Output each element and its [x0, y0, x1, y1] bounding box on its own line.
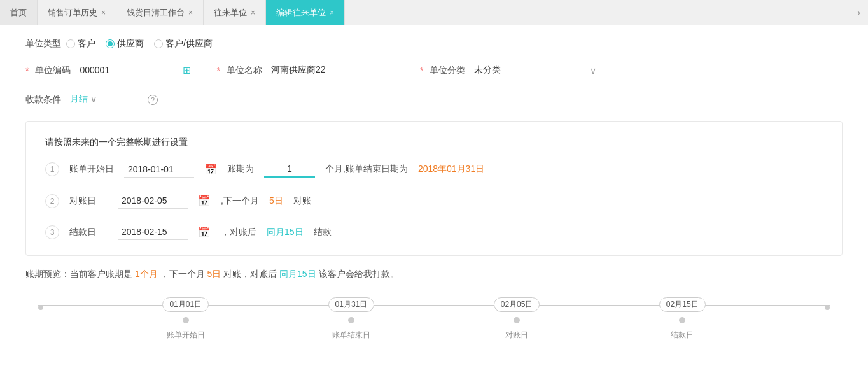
payment-terms-field: 收款条件 月结 ∨ ?: [25, 91, 158, 108]
unit-code-input[interactable]: [76, 62, 178, 78]
unit-name-field: * 单位名称: [216, 62, 394, 78]
main-content: 单位类型 客户 供应商 客户/供应商 * 单位编码: [0, 25, 868, 387]
step-3-calendar-icon[interactable]: 📅: [198, 226, 211, 238]
timeline-badge-1: 01月31日: [328, 297, 375, 312]
close-sales-history-icon[interactable]: ×: [101, 8, 106, 17]
preview-day-highlight: 5日: [207, 269, 221, 279]
tab-edit-counterparty[interactable]: 编辑往来单位 ×: [266, 0, 345, 25]
tab-home-label: 首页: [10, 7, 27, 18]
tab-sales-history-label: 销售订单历史: [48, 7, 97, 18]
preview-text: 账期预览：当前客户账期是 1个月 ，下一个月 5日 对账，对账后 同月15日 该…: [25, 266, 843, 282]
section-title: 请按照未来的一个完整帐期进行设置: [45, 137, 823, 148]
timeline-label-2: 对账日: [505, 330, 528, 341]
unit-code-label: 单位编码: [35, 65, 71, 76]
timeline-badge-3: 02月15日: [659, 297, 706, 312]
unit-type-label: 单位类型: [25, 38, 61, 50]
step-1-date-input[interactable]: [124, 162, 194, 178]
step-1-label: 账单开始日: [69, 164, 114, 175]
step-3-day-highlight: 同月15日: [267, 227, 304, 238]
radio-customer[interactable]: 客户: [66, 38, 95, 50]
radio-supplier-circle: [106, 39, 115, 48]
timeline-label-0: 账单开始日: [167, 330, 205, 341]
unit-category-field: * 单位分类 ∨: [420, 62, 596, 78]
unit-code-field: * 单位编码 ⊞: [25, 62, 191, 78]
period-value-input[interactable]: [264, 161, 315, 178]
close-cash-ledger-icon[interactable]: ×: [188, 8, 193, 17]
timeline-start-endpoint: [38, 301, 43, 310]
step-1-end-date: 2018年01月31日: [418, 164, 484, 175]
tab-counterparty[interactable]: 往来单位 ×: [204, 0, 266, 25]
step-3-suffix: 结款: [314, 227, 332, 238]
close-edit-counterparty-icon[interactable]: ×: [330, 8, 334, 17]
timeline-dot-1: [348, 317, 354, 323]
tab-home[interactable]: 首页: [0, 0, 38, 25]
timeline-label-3: 结款日: [671, 330, 694, 341]
timeline-node-2: 02月05日 对账日: [494, 297, 540, 341]
payment-terms-select[interactable]: 月结 ∨: [66, 91, 143, 108]
preview-suffix: 该客户会给我打款。: [319, 269, 399, 279]
timeline-node-3: 02月15日 结款日: [659, 297, 706, 341]
timeline-node-1: 01月31日 账单结束日: [328, 297, 375, 341]
unit-name-label: 单位名称: [227, 65, 262, 76]
tab-edit-counterparty-label: 编辑往来单位: [276, 7, 326, 18]
step-3-date-input[interactable]: [118, 224, 188, 240]
tab-counterparty-label: 往来单位: [214, 7, 247, 18]
step-3-label: 结款日: [69, 227, 108, 238]
timeline-start-dot: [38, 305, 43, 310]
unit-info-row: * 单位编码 ⊞ * 单位名称 * 单位分类 ∨: [25, 62, 843, 78]
radio-group-unit-type: 客户 供应商 客户/供应商: [66, 38, 213, 50]
category-dropdown-icon[interactable]: ∨: [590, 66, 596, 76]
timeline-dot-3: [679, 317, 685, 323]
help-icon[interactable]: ?: [148, 95, 158, 105]
payment-terms-dropdown-icon[interactable]: ∨: [90, 94, 97, 104]
unit-name-input[interactable]: [267, 62, 395, 78]
timeline-badge-0: 01月01日: [162, 297, 209, 312]
preview-middle: ，下一个月: [160, 269, 205, 279]
timeline-badge-2: 02月05日: [494, 297, 540, 312]
step-2-prefix: ,下一个月: [221, 195, 259, 207]
unit-category-input[interactable]: [470, 62, 585, 78]
tab-bar: 首页 销售订单历史 × 钱货日清工作台 × 往来单位 × 编辑往来单位 × ›: [0, 0, 868, 25]
step-2-num: 2: [45, 194, 59, 208]
timeline-items: 01月01日 账单开始日 01月31日 账单结束日 02月05日 对账日 02月…: [38, 297, 830, 341]
step-3-prefix: ，对账后: [221, 227, 256, 238]
unit-code-required: *: [25, 66, 29, 76]
step-2-date-input[interactable]: [118, 193, 188, 209]
timeline-node-0: 01月01日 账单开始日: [162, 297, 209, 341]
step-2-day-highlight: 5日: [269, 195, 283, 207]
step-3-num: 3: [45, 225, 59, 239]
payment-terms-label: 收款条件: [25, 94, 61, 106]
timeline-wrapper: 01月01日 账单开始日 01月31日 账单结束日 02月05日 对账日 02月…: [25, 297, 843, 341]
radio-customer-label: 客户: [78, 38, 95, 50]
step-2-suffix: 对账: [293, 195, 311, 207]
tab-more-button[interactable]: ›: [850, 0, 868, 25]
preview-month-highlight: 1个月: [135, 269, 158, 279]
step-1-calendar-icon[interactable]: 📅: [204, 164, 217, 176]
tab-sales-history[interactable]: 销售订单历史 ×: [38, 0, 116, 25]
timeline-dot-2: [514, 317, 520, 323]
radio-supplier-label: 供应商: [117, 38, 144, 50]
step-2-calendar-icon[interactable]: 📅: [198, 195, 211, 207]
copy-icon[interactable]: ⊞: [183, 64, 191, 76]
step-2-row: 2 对账日 📅 ,下一个月 5日 对账: [45, 193, 823, 209]
step-1-num: 1: [45, 162, 59, 176]
radio-both[interactable]: 客户/供应商: [154, 38, 213, 50]
radio-both-circle: [154, 39, 163, 48]
radio-customer-circle: [66, 39, 75, 48]
step-2-label: 对账日: [69, 195, 108, 207]
tab-cash-ledger-label: 钱货日清工作台: [127, 7, 185, 18]
timeline-label-1: 账单结束日: [332, 330, 370, 341]
step-1-row: 1 账单开始日 📅 账期为 个月,账单结束日期为 2018年01月31日: [45, 161, 823, 178]
unit-category-label: 单位分类: [430, 65, 465, 76]
payment-terms-row: 收款条件 月结 ∨ ?: [25, 91, 843, 108]
tab-cash-ledger[interactable]: 钱货日清工作台 ×: [116, 0, 204, 25]
timeline-end-endpoint: [825, 301, 830, 310]
preview-pay-highlight: 同月15日: [279, 269, 316, 279]
unit-category-required: *: [420, 66, 423, 76]
close-counterparty-icon[interactable]: ×: [251, 8, 255, 17]
unit-type-field: 单位类型 客户 供应商 客户/供应商: [25, 38, 213, 50]
period-settings-section: 请按照未来的一个完整帐期进行设置 1 账单开始日 📅 账期为 个月,账单结束日期…: [25, 121, 843, 256]
radio-supplier[interactable]: 供应商: [106, 38, 144, 50]
step-3-row: 3 结款日 📅 ，对账后 同月15日 结款: [45, 224, 823, 240]
timeline-dot-0: [183, 317, 189, 323]
